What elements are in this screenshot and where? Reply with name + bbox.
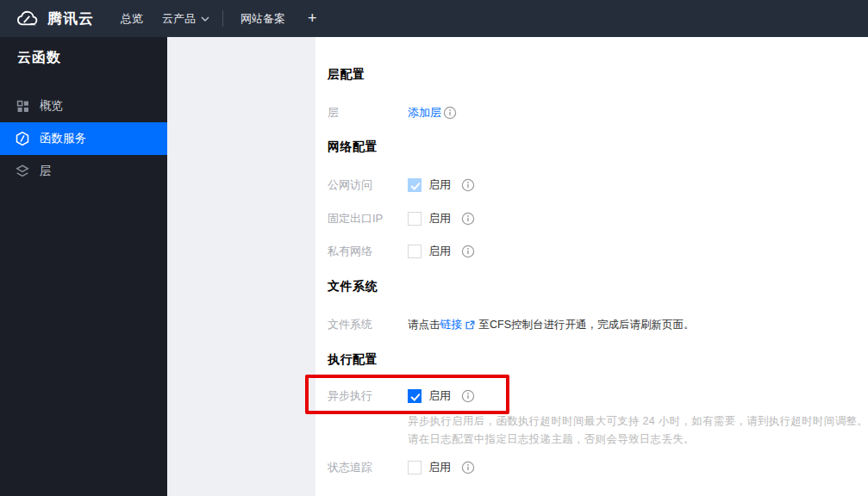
cfs-console-link[interactable]: 链接 [440,317,463,332]
file-system-label: 文件系统 [328,317,408,332]
section-title-execution-config: 执行配置 [328,352,378,368]
async-execution-checkbox[interactable] [408,389,422,403]
section-title-layer-config: 层配置 [328,67,365,83]
external-link-icon[interactable] [465,319,476,331]
status-trace-checkbox[interactable] [408,461,422,474]
settings-panel: 层配置 层 添加层 网络配置 公网访问 启用 固定出口IP 启用 私有网络 启用… [315,37,868,496]
grid-icon [15,98,30,114]
public-access-row: 公网访问 启用 [328,176,861,195]
public-access-checkbox[interactable] [408,178,422,192]
info-icon[interactable] [443,106,457,120]
topbar-divider [222,10,223,27]
topbar: 腾讯云 总览 云产品 网站备案 + [0,0,868,37]
info-icon[interactable] [461,389,475,403]
brand-text: 腾讯云 [47,9,94,28]
sidebar: 云函数 概览 函数服务 层 [0,37,167,496]
sidebar-item-label: 层 [40,164,52,179]
chevron-down-icon [201,16,209,22]
section-title-network-config: 网络配置 [328,140,378,155]
async-execution-row: 异步执行 启用 [328,387,861,406]
vpc-checkbox[interactable] [408,245,422,258]
info-icon[interactable] [461,461,475,474]
nav-add-tab-button[interactable]: + [308,0,317,37]
public-access-label: 公网访问 [328,177,408,193]
async-execution-label: 异步执行 [328,388,408,404]
enable-label: 启用 [428,211,451,226]
file-system-row: 文件系统 请点击 链接 至CFS控制台进行开通，完成后请刷新页面。 [328,315,861,334]
fixed-ip-checkbox[interactable] [408,212,422,226]
async-note-line1: 异步执行启用后，函数执行超时时间最大可支持 24 小时，如有需要，请到执行超时时… [408,414,868,429]
collapsed-secondary-panel [167,37,315,496]
enable-label: 启用 [428,177,451,193]
sidebar-item-label: 函数服务 [40,131,86,146]
layer-row: 层 添加层 [328,103,861,122]
cfs-hint-after: 至CFS控制台进行开通，完成后请刷新页面。 [479,318,695,332]
tencent-cloud-logo-icon [14,9,40,28]
layer-label: 层 [328,105,408,121]
info-icon[interactable] [461,212,475,226]
function-hexagon-icon [15,131,30,146]
info-icon[interactable] [461,245,475,258]
cfs-hint-before: 请点击 [408,318,440,332]
enable-label: 启用 [428,460,451,475]
info-icon[interactable] [461,178,475,192]
nav-cloud-products[interactable]: 云产品 [162,0,209,37]
sidebar-title: 云函数 [17,49,61,67]
layers-icon [15,164,30,179]
vpc-row: 私有网络 启用 [328,242,861,261]
brand-logo[interactable]: 腾讯云 [14,0,94,37]
add-layer-link[interactable]: 添加层 [408,105,441,121]
status-trace-label: 状态追踪 [328,460,408,475]
async-note-line2: 请在日志配置中指定日志投递主题，否则会导致日志丢失。 [408,432,695,447]
fixed-ip-label: 固定出口IP [328,211,408,226]
sidebar-item-label: 概览 [40,98,63,114]
sidebar-item-layers[interactable]: 层 [0,155,167,188]
vpc-label: 私有网络 [328,244,408,259]
enable-label: 启用 [428,244,451,259]
section-title-file-system: 文件系统 [328,279,378,294]
nav-overview[interactable]: 总览 [121,0,143,37]
fixed-ip-row: 固定出口IP 启用 [328,209,861,228]
status-trace-row: 状态追踪 启用 [328,458,861,477]
sidebar-item-function-service[interactable]: 函数服务 [0,122,167,155]
sidebar-item-overview[interactable]: 概览 [0,90,167,122]
enable-label: 启用 [428,388,451,404]
nav-website-beian[interactable]: 网站备案 [240,0,285,37]
